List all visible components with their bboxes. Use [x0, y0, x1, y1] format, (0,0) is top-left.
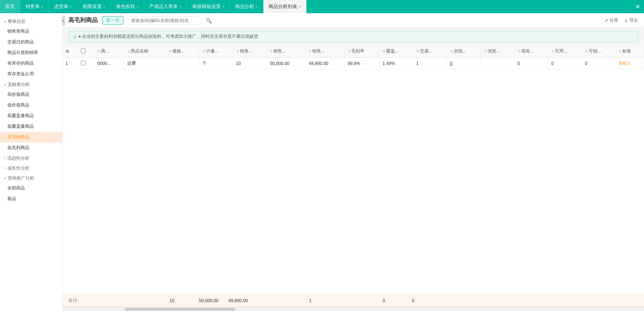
col-header-code[interactable]: ⇅商... — [94, 45, 124, 58]
sidebar-item-销售类商品[interactable]: 销售类商品 — [0, 26, 62, 37]
sidebar-item-高覆盖量商品[interactable]: 高覆盖量商品 — [0, 111, 62, 121]
nav-tab-label: 权限设置 — [83, 3, 102, 10]
cell-unit: 个 — [199, 58, 233, 69]
share-button[interactable]: ↗ 分享 — [604, 17, 618, 23]
nav-tab-label: 角色权权 — [116, 3, 135, 10]
nav-tab-label: 销售单 — [25, 3, 40, 10]
sidebar-item-全部商品[interactable]: 全部商品 — [0, 183, 62, 194]
col-header-coverage[interactable]: ⇅覆盖... — [379, 45, 413, 58]
nav-tab-单据模板设置[interactable]: 单据模板设置 × — [187, 0, 230, 13]
search-input[interactable] — [128, 17, 201, 25]
col-header-trade[interactable]: ⇅交易... — [413, 45, 447, 58]
footer-sales-profit: 49,900.00 — [225, 298, 262, 303]
tab-close-icon[interactable]: × — [222, 5, 224, 9]
col-header-available_stock[interactable]: ⇅可用... — [548, 45, 582, 58]
nav-tab-商品分析[interactable]: 商品分析 × — [230, 0, 263, 13]
col-header-checkbox[interactable] — [78, 45, 94, 58]
top-navigation: 首页销售单 ×进货单 ×权限设置 ×角色权权 ×产成品入库单 ×单据模板设置 ×… — [0, 0, 644, 13]
tab-close-icon[interactable]: × — [41, 5, 43, 9]
sidebar-section-title[interactable]: ∨营销推广分析 — [0, 173, 62, 183]
filter-recent-month-button[interactable]: 近一月 — [102, 16, 123, 25]
tab-close-icon[interactable]: × — [179, 5, 181, 9]
nav-tab-销售单[interactable]: 销售单 × — [20, 0, 49, 13]
sort-icon: ⇅ — [585, 49, 588, 53]
sort-icon: ⇅ — [348, 49, 350, 53]
col-header-settings[interactable]: ⚙ — [62, 45, 78, 58]
sort-icon: ⇅ — [236, 49, 239, 53]
horizontal-scrollbar[interactable] — [62, 307, 644, 311]
sidebar-toggle-button[interactable]: « — [62, 15, 65, 26]
col-header-spec[interactable]: ⇅规格... — [165, 45, 199, 58]
sidebar-item-库存资金占用[interactable]: 库存资金占用 — [0, 69, 62, 79]
sidebar-item-有库存的商品[interactable]: 有库存的商品 — [0, 58, 62, 69]
nav-tab-进货单[interactable]: 进货单 × — [49, 0, 78, 13]
sidebar-section-title[interactable]: ∨整体信息 — [0, 16, 62, 26]
col-header-tag[interactable]: ⇅标签 — [616, 45, 644, 58]
tab-close-icon[interactable]: × — [103, 5, 105, 9]
sidebar-item-新品[interactable]: 新品 — [0, 194, 62, 204]
scrollbar-thumb[interactable] — [125, 308, 235, 311]
sort-icon: ⇅ — [551, 49, 554, 53]
col-header-gross_margin[interactable]: ⇅毛利率 — [345, 45, 379, 58]
sidebar-item-高毛利商品[interactable]: 高毛利商品 — [0, 132, 62, 142]
col-header-browse2[interactable]: ⇅浏览... — [481, 45, 514, 58]
cell-gross_margin: 99.8% — [345, 58, 379, 69]
cell-browse1: 0 — [447, 58, 481, 69]
browse-link[interactable]: 0 — [450, 61, 453, 66]
col-header-sales_profit[interactable]: ⇅销售... — [306, 45, 345, 58]
nav-tab-首页[interactable]: 首页 — [0, 0, 20, 13]
sort-icon: ⇅ — [382, 49, 385, 53]
sidebar-item-交易过的商品[interactable]: 交易过的商品 — [0, 37, 62, 47]
sort-icon: ⇅ — [450, 49, 453, 53]
col-header-sales_amount[interactable]: ⇅销售... — [267, 45, 306, 58]
tab-close-icon[interactable]: × — [299, 5, 301, 9]
content-area: « 高毛利商品 近一月 🔍 ↗ 分享 ⤓ 导出 ◇ ♦ 企业的主要的利润都是这部… — [62, 13, 644, 311]
tab-close-icon[interactable]: × — [70, 5, 72, 9]
settings-icon[interactable]: ⚙ — [65, 49, 69, 54]
tab-close-icon[interactable]: × — [137, 5, 139, 9]
footer-values: 10 50,000.00 49,900.00 1 0 0 — [93, 298, 438, 303]
cell-checkbox[interactable] — [78, 58, 94, 69]
row-checkbox[interactable] — [81, 61, 86, 65]
tab-close-icon[interactable]: × — [256, 5, 258, 9]
sort-icon: ⇅ — [309, 49, 312, 53]
sidebar-item-商品分类助销率[interactable]: 商品分类助销率 — [0, 47, 62, 58]
window-close-button[interactable]: ✕ — [631, 0, 644, 13]
cell-browse2 — [481, 58, 514, 69]
cell-settings: 1 — [62, 58, 78, 69]
sort-icon: ⇅ — [270, 49, 273, 53]
nav-tab-label: 进货单 — [54, 3, 68, 10]
nav-tab-权限设置[interactable]: 权限设置 × — [78, 0, 111, 13]
sidebar-item-低毛利商品[interactable]: 低毛利商品 — [0, 142, 62, 153]
col-header-saleable_stock[interactable]: ⇅可销... — [582, 45, 616, 58]
sidebar-section-title[interactable]: >成长性分析 — [0, 163, 62, 173]
share-icon: ↗ — [604, 18, 608, 23]
sort-icon: ⇅ — [169, 49, 172, 53]
col-header-current_stock[interactable]: ⇅现有... — [514, 45, 548, 58]
col-header-unit[interactable]: ⇅计量... — [199, 45, 233, 58]
col-header-name[interactable]: ⇅商品名称 — [124, 45, 165, 58]
cell-coverage: 1.49% — [379, 58, 413, 69]
col-header-browse1[interactable]: ⇅浏览... — [447, 45, 481, 58]
sidebar-section-title[interactable]: >流趋性分析 — [0, 153, 62, 163]
nav-tab-产成品入库单[interactable]: 产成品入库单 × — [144, 0, 187, 13]
collapse-icon: ∨ — [4, 19, 6, 23]
table-footer: 合计: 10 50,000.00 49,900.00 1 0 0 — [62, 294, 644, 307]
nav-tab-商品分析列表[interactable]: 商品分析列表 × — [263, 0, 306, 13]
export-icon: ⤓ — [624, 18, 628, 23]
sort-icon: ⇅ — [619, 49, 622, 53]
sidebar-section-title[interactable]: ∨贡献量分析 — [0, 79, 62, 89]
sidebar-item-高价值商品[interactable]: 高价值商品 — [0, 89, 62, 100]
sidebar-item-低价值商品[interactable]: 低价值商品 — [0, 100, 62, 111]
info-banner: ◇ ♦ 企业的主要的利润都是这部分商品创造的，可考虑加大推广，同时关注库存是不要… — [68, 31, 638, 42]
collapse-icon: > — [4, 166, 6, 170]
export-button[interactable]: ⤓ 导出 — [624, 17, 638, 23]
nav-tab-角色权权[interactable]: 角色权权 × — [111, 0, 144, 13]
search-button[interactable]: 🔍 — [206, 18, 212, 23]
header-actions: ↗ 分享 ⤓ 导出 — [604, 17, 638, 23]
select-all-checkbox[interactable] — [81, 48, 86, 53]
table-row: 10000...运费个1050,000.0049,900.0099.8%1.49… — [62, 58, 644, 69]
sidebar-item-低覆盖量商品[interactable]: 低覆盖量商品 — [0, 121, 62, 132]
col-header-sales_qty[interactable]: ⇅销售... — [233, 45, 267, 58]
sort-icon: ⇅ — [484, 49, 487, 53]
